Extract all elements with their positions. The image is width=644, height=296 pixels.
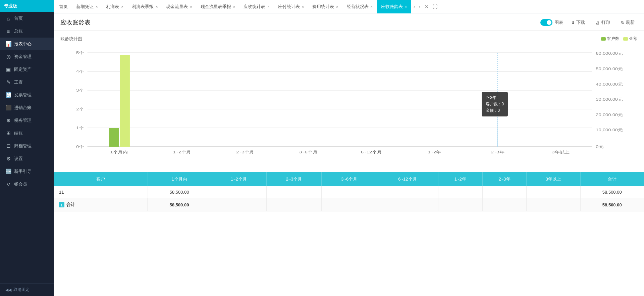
tab-ar-stats-label: 应收统计表 [244, 4, 265, 10]
tab-expense-stats[interactable]: 费用统计表 × [308, 0, 342, 13]
sidebar-item-vip[interactable]: V 畅会员 [0, 178, 54, 191]
tab-ar-aging-close[interactable]: × [405, 5, 407, 9]
sidebar: 专业版 ⌂ 首页 ≡ 总账 📊 报表中心 ◎ 资金管理 ▣ 固定资产 ✎ 工资 … [0, 0, 54, 296]
sidebar-footer-toggle[interactable]: ◀◀ 取消固定 [0, 283, 54, 296]
data-table: 客户 1个月内 1~2个月 2~3个月 3~6个月 6~12个月 1~2年 2~… [54, 172, 644, 211]
sidebar-item-stock[interactable]: ⬛ 进销台账 [0, 101, 54, 114]
svg-text:2~3年: 2~3年 [491, 150, 504, 154]
total-cell-m4 [322, 198, 377, 211]
sidebar-item-archive[interactable]: ⊟ 归档管理 [0, 140, 54, 152]
tab-profit-quarter[interactable]: 利润表季报 × [128, 0, 162, 13]
sidebar-item-label: 资金管理 [14, 54, 32, 60]
svg-text:5个: 5个 [76, 51, 84, 55]
cell-m2 [211, 186, 266, 198]
tab-cashflow-close[interactable]: × [190, 5, 192, 9]
tab-business-status-close[interactable]: × [371, 5, 373, 9]
reports-icon: 📊 [5, 41, 11, 47]
tab-home[interactable]: 首页 [55, 0, 72, 13]
tab-ap-stats-close[interactable]: × [302, 5, 304, 9]
tab-expense-stats-close[interactable]: × [336, 5, 338, 9]
tab-business-status[interactable]: 经营状况表 × [343, 0, 377, 13]
tab-profit[interactable]: 利润表 × [102, 0, 127, 13]
total-cell-m3 [266, 198, 322, 211]
svg-text:0个: 0个 [76, 145, 84, 149]
cell-m1: 58,500.00 [148, 186, 211, 198]
chart-toggle-wrap: 图表 [540, 19, 563, 26]
legend-amount-label: 金额 [629, 36, 637, 42]
tab-cashflow-quarter[interactable]: 现金流量表季报 × [197, 0, 239, 13]
refresh-button[interactable]: ↻ 刷新 [618, 18, 637, 27]
svg-text:4个: 4个 [76, 69, 84, 74]
tab-ar-stats-close[interactable]: × [267, 5, 269, 9]
svg-text:3个: 3个 [76, 88, 84, 93]
print-button[interactable]: 🖨 打印 [593, 18, 613, 27]
sidebar-item-settings[interactable]: ⚙ 设置 [0, 152, 54, 165]
salary-icon: ✎ [5, 79, 11, 85]
home-icon: ⌂ [5, 16, 11, 21]
tab-profit-quarter-close[interactable]: × [156, 5, 158, 9]
tab-cashflow[interactable]: 现金流量表 × [162, 0, 196, 13]
download-button[interactable]: ⬇ 下载 [569, 18, 588, 27]
sidebar-item-invoice[interactable]: 🧾 发票管理 [0, 89, 54, 101]
total-cell-label: ∑ 合计 [54, 198, 148, 211]
sidebar-item-home[interactable]: ⌂ 首页 [0, 12, 54, 25]
sidebar-item-label: 工资 [14, 79, 23, 85]
tab-close-all[interactable]: ✕ [423, 0, 431, 13]
legend-customers-label: 客户数 [607, 36, 619, 42]
print-icon: 🖨 [596, 20, 600, 25]
cell-customer: 11 [54, 186, 148, 198]
download-icon: ⬇ [571, 20, 575, 25]
sidebar-footer-label: 取消固定 [13, 287, 30, 293]
svg-text:20,000.00元: 20,000.00元 [596, 113, 623, 117]
chart-container: 0个 1个 2个 3个 4个 5个 0元 10,000.00元 20,000.0… [60, 46, 637, 167]
tab-new-voucher-label: 新增凭证 [76, 4, 94, 10]
sidebar-item-salary[interactable]: ✎ 工资 [0, 76, 54, 89]
invoice-icon: 🧾 [5, 92, 11, 98]
tab-profit-close[interactable]: × [121, 5, 123, 9]
page-content: 应收账龄表 图表 ⬇ 下载 🖨 打印 ↻ 刷新 [54, 13, 644, 296]
tab-nav-right[interactable]: › [417, 0, 423, 13]
col-m6: 1~2年 [438, 172, 482, 186]
sidebar-item-assets[interactable]: ▣ 固定资产 [0, 63, 54, 76]
tab-new-voucher-close[interactable]: × [96, 5, 98, 9]
cell-m5 [377, 186, 438, 198]
sidebar-item-label: 新手引导 [14, 168, 32, 175]
svg-text:40,000.00元: 40,000.00元 [596, 82, 623, 87]
total-cell-m2 [211, 198, 266, 211]
svg-text:3~6个月: 3~6个月 [299, 150, 318, 154]
vip-icon: V [5, 182, 11, 187]
sidebar-item-closing[interactable]: ⊞ 结账 [0, 127, 54, 140]
tab-profit-quarter-label: 利润表季报 [132, 4, 154, 10]
tab-cashflow-quarter-close[interactable]: × [233, 5, 235, 9]
tab-new-voucher[interactable]: 新增凭证 × [72, 0, 102, 13]
chart-svg: 0个 1个 2个 3个 4个 5个 0元 10,000.00元 20,000.0… [60, 46, 637, 167]
total-label: 合计 [66, 202, 75, 208]
legend-amount-color [623, 37, 628, 41]
closing-icon: ⊞ [5, 130, 11, 136]
sidebar-item-label: 总账 [14, 28, 23, 34]
sidebar-item-ledger[interactable]: ≡ 总账 [0, 25, 54, 38]
cell-m7 [482, 186, 527, 198]
sidebar-item-funds[interactable]: ◎ 资金管理 [0, 50, 54, 63]
tab-ap-stats[interactable]: 应付统计表 × [274, 0, 308, 13]
col-m7: 2~3年 [482, 172, 527, 186]
tab-ar-stats[interactable]: 应收统计表 × [239, 0, 274, 13]
chart-title: 账龄统计图 [60, 36, 637, 42]
chart-legend: 客户数 金额 [601, 36, 637, 42]
sidebar-item-tax[interactable]: ⊕ 税务管理 [0, 114, 54, 127]
total-icon: ∑ [59, 202, 64, 207]
tab-ar-aging[interactable]: 应收账龄表 × [377, 0, 411, 13]
sidebar-item-guide[interactable]: 🆕 新手引导 [0, 165, 54, 178]
sidebar-item-reports[interactable]: 📊 报表中心 [0, 38, 54, 50]
tab-nav-left[interactable]: ‹ [411, 0, 417, 13]
col-m3: 2~3个月 [266, 172, 322, 186]
sidebar-item-label: 设置 [14, 156, 23, 162]
chart-toggle[interactable] [540, 19, 552, 26]
refresh-icon: ↻ [621, 20, 625, 25]
tab-expand[interactable]: ⛶ [431, 0, 439, 13]
tab-ar-aging-label: 应收账龄表 [381, 4, 403, 10]
svg-text:1~2个月: 1~2个月 [173, 150, 192, 154]
app-logo: 专业版 [0, 0, 54, 12]
chart-area: 账龄统计图 客户数 金额 [54, 31, 644, 172]
total-cell-m5 [377, 198, 438, 211]
